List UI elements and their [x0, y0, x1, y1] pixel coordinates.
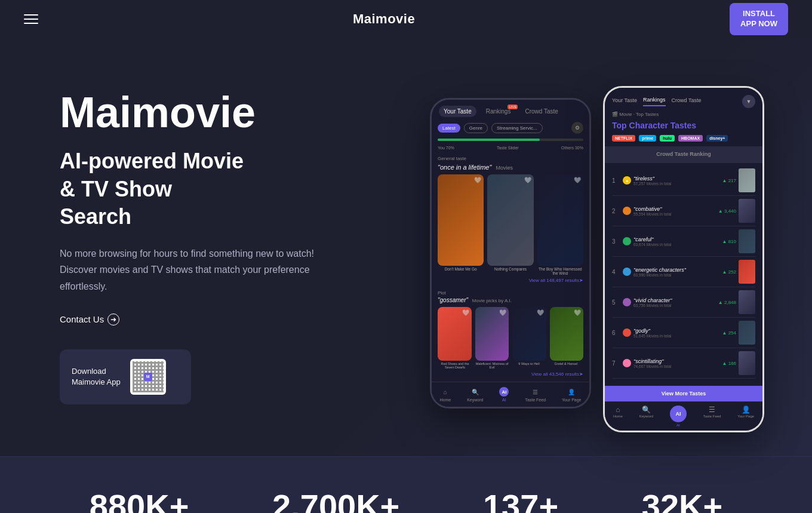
p2-nav-ai[interactable]: AI AI: [670, 406, 687, 427]
tab-your-taste[interactable]: Your Taste: [439, 106, 476, 117]
movie-title-2: Nothing Compares: [487, 267, 533, 275]
rank-image-2: [739, 199, 755, 223]
download-badge[interactable]: DownloadMaimovie App M: [60, 349, 191, 404]
streaming-services: NETFLIX prime hulu HBOMAX disney+: [605, 135, 762, 146]
rank-image-5: [739, 290, 755, 314]
arrow-circle-icon: ➜: [107, 314, 119, 325]
stat-num-3: 137+: [483, 487, 558, 513]
p2-nav-taste-feed[interactable]: ☰ Taste Feed: [703, 406, 721, 427]
prime-chip[interactable]: prime: [639, 135, 656, 142]
movie-card-4[interactable]: 🤍: [438, 307, 472, 361]
heart-icon-3: 🤍: [574, 177, 581, 183]
movie-title-4: Red Shoes and the Seven Dwarfs: [438, 362, 472, 369]
rank-item-3[interactable]: 3 "careful" 63,674 Movies in total ▲ 810: [612, 226, 755, 257]
movie-title-1: Don't Make Me Go: [438, 267, 484, 275]
nav-home[interactable]: ⌂ Home: [440, 387, 451, 402]
rank-item-1[interactable]: 1 ● "tireless" 57,257 Movies in total ▲ …: [612, 165, 755, 196]
breadcrumb: 🎬 Movie · Top Tastes: [605, 108, 762, 119]
heart-icon-6: 🤍: [537, 309, 544, 316]
movie-card-5[interactable]: 🤍: [475, 307, 509, 361]
slider-taste-label: Taste Slider: [497, 146, 519, 150]
view-all-link-1[interactable]: View all 148,497 results ➤: [432, 275, 589, 288]
movie-card-1[interactable]: 🤍: [438, 174, 484, 266]
phone-mockup-2: Your Taste Rankings Crowd Taste ▼ 🎬 Movi…: [603, 86, 764, 432]
slider-others-label: Others 30%: [561, 146, 583, 150]
tab2-your-taste[interactable]: Your Taste: [612, 97, 637, 106]
general-taste-label: General taste: [432, 155, 589, 162]
disney-chip[interactable]: disney+: [706, 135, 728, 142]
hero-title: Maimovie: [60, 90, 316, 136]
crowd-ranking-label: Crowd Taste Ranking: [612, 149, 755, 161]
heart-icon-5: 🤍: [499, 309, 506, 316]
stat-1: 880K+: [90, 487, 189, 513]
hero-subtitle: AI-powered Movie& TV ShowSearch: [60, 148, 316, 231]
rank-item-7[interactable]: 7 "scintillating" 74,667 Movies in total…: [612, 348, 755, 379]
filter-button[interactable]: ⚙: [571, 122, 583, 134]
stat-3: 137+: [483, 487, 558, 513]
nav-your-page[interactable]: 👤 Your Page: [562, 387, 581, 402]
phone2-bottom-nav: ⌂ Home 🔍 Keyword AI AI ☰: [605, 401, 762, 431]
movie-title-6: 9 Ways to Hell: [512, 362, 546, 369]
p2-nav-your-page[interactable]: 👤 Your Page: [737, 406, 754, 427]
stats-section: 880K+ 2,700K+ 137+ 32K+: [0, 456, 812, 513]
download-text: DownloadMaimovie App: [72, 366, 121, 388]
phone-mockups: Your Taste Rankings Crowd Taste Latest G…: [418, 74, 764, 420]
filter-genre[interactable]: Genre: [464, 123, 488, 133]
p2-nav-keyword[interactable]: 🔍 Keyword: [639, 406, 653, 427]
rank-item-5[interactable]: 5 "vivid character" 63,756 Movies in tot…: [612, 287, 755, 318]
hbomax-chip[interactable]: HBOMAX: [678, 135, 703, 142]
tab-crowd-taste[interactable]: Crowd Taste: [520, 106, 562, 117]
stat-4: 32K+: [642, 487, 722, 513]
phone-mockup-1: Your Taste Rankings Crowd Taste Latest G…: [430, 98, 591, 408]
movie-card-7[interactable]: 🤍: [550, 307, 584, 361]
movie-title-7: Gretel & Hansel: [549, 362, 583, 369]
nav-keyword[interactable]: 🔍 Keyword: [467, 387, 483, 402]
hero-description: No more browsing for hours to find somet…: [60, 245, 316, 294]
movie-title-3: The Boy Who Harnessed the Wind: [537, 267, 583, 275]
rank-item-2[interactable]: 2 "combative" 55,554 Movies in total ▲ 3…: [612, 196, 755, 226]
filter-streaming[interactable]: Streaming Servic...: [491, 123, 543, 133]
install-app-button[interactable]: INSTALL APP NOW: [730, 3, 788, 35]
heart-icon-4: 🤍: [462, 309, 469, 316]
hulu-chip[interactable]: hulu: [660, 135, 675, 142]
filter-latest[interactable]: Latest: [438, 124, 460, 133]
rank-image-7: [739, 351, 755, 375]
view-all-link-2[interactable]: View all 43,546 results ➤: [432, 369, 589, 382]
view-more-button[interactable]: View More Tastes: [605, 386, 762, 401]
heart-icon: 🤍: [474, 177, 481, 183]
plot-quote: "gossamer" Movie picks by A.I.: [432, 297, 589, 307]
nav-ai[interactable]: AI AI: [499, 387, 509, 402]
tab2-crowd-taste[interactable]: Crowd Taste: [672, 97, 702, 106]
phone2-tabs: Your Taste Rankings Crowd Taste ▼: [605, 88, 762, 108]
section-title: Top Character Tastes: [605, 119, 762, 135]
ranking-list: 1 ● "tireless" 57,257 Movies in total ▲ …: [605, 165, 762, 386]
taste-quote: "once in a lifetime" Movies: [432, 162, 589, 174]
rank-item-6[interactable]: 6 "godly" 51,645 Movies in total ▲ 254: [612, 318, 755, 348]
navbar: Maimovie INSTALL APP NOW: [0, 0, 812, 38]
movie-card-3[interactable]: 🤍: [537, 174, 583, 266]
tab-rankings[interactable]: Rankings: [481, 106, 516, 117]
rank-item-4[interactable]: 4 "energetic characters" 63,990 Movies i…: [612, 257, 755, 287]
contact-us-link[interactable]: Contact Us ➜: [60, 314, 316, 325]
tab2-rankings[interactable]: Rankings: [643, 97, 666, 106]
phone2-filter-icon[interactable]: ▼: [742, 95, 755, 108]
stat-num-1: 880K+: [90, 487, 189, 513]
hero-left: Maimovie AI-powered Movie& TV ShowSearch…: [60, 90, 316, 404]
movie-card-2[interactable]: 🤍: [487, 174, 533, 266]
p2-nav-home[interactable]: ⌂ Home: [613, 406, 623, 427]
qr-code: M: [130, 359, 166, 395]
heart-icon-7: 🤍: [574, 309, 581, 316]
movies-row-1: 🤍 🤍 🤍: [432, 174, 589, 266]
stat-2: 2,700K+: [272, 487, 399, 513]
stat-num-4: 32K+: [642, 487, 722, 513]
phone1-tabs: Your Taste Rankings Crowd Taste: [432, 100, 589, 117]
netflix-chip[interactable]: NETFLIX: [612, 135, 635, 142]
movie-card-6[interactable]: 🤍: [512, 307, 546, 361]
hamburger-menu[interactable]: [24, 14, 38, 24]
rank-image-4: [739, 260, 755, 284]
phone1-bottom-nav: ⌂ Home 🔍 Keyword AI AI ☰: [432, 382, 589, 407]
movie-title-5: Maleficent: Mistress of Evil: [475, 362, 509, 369]
rank-image-3: [739, 229, 755, 253]
plot-label: Plot: [432, 288, 589, 297]
nav-taste-feed[interactable]: ☰ Taste Feed: [525, 387, 546, 402]
